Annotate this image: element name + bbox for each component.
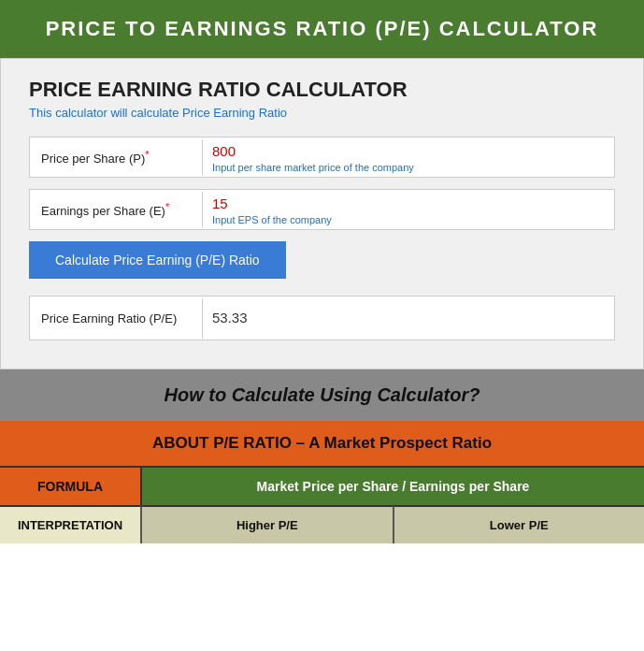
calculator-section: PRICE EARNING RATIO CALCULATOR This calc… [0, 58, 644, 369]
how-to-title: How to Calculate Using Calculator? [165, 384, 480, 405]
interpretation-higher-pe: Higher P/E [140, 505, 393, 543]
price-per-share-input[interactable] [212, 141, 605, 161]
result-value-input[interactable] [212, 310, 605, 326]
earnings-per-share-label: Earnings per Share (E)* [30, 192, 203, 227]
formula-value: Market Price per Share / Earnings per Sh… [140, 466, 644, 505]
result-row: Price Earning Ratio (P/E) [29, 296, 615, 340]
header-title: PRICE TO EARNINGS RATIO (P/E) CALCULATOR [46, 17, 599, 40]
earnings-per-share-hint: Input EPS of the company [212, 214, 605, 225]
earnings-per-share-row: Earnings per Share (E)* Input EPS of the… [29, 189, 615, 230]
result-label: Price Earning Ratio (P/E) [30, 298, 203, 339]
how-to-section: How to Calculate Using Calculator? [0, 369, 644, 421]
calculator-subtitle: This calculator will calculate Price Ear… [29, 106, 615, 120]
price-per-share-row: Price per Share (P)* Input per share mar… [29, 137, 615, 178]
page-header: PRICE TO EARNINGS RATIO (P/E) CALCULATOR [0, 0, 644, 58]
earnings-per-share-input[interactable] [212, 194, 605, 213]
about-title: ABOUT P/E RATIO – A Market Prospect Rati… [152, 434, 492, 452]
formula-row: FORMULA Market Price per Share / Earning… [0, 466, 644, 505]
interpretation-lower-pe: Lower P/E [393, 505, 645, 543]
calculator-title: PRICE EARNING RATIO CALCULATOR [29, 78, 615, 102]
price-per-share-input-wrapper: Input per share market price of the comp… [203, 137, 614, 177]
result-value-wrapper [203, 297, 614, 340]
price-per-share-label: Price per Share (P)* [30, 139, 203, 175]
formula-label: FORMULA [0, 466, 140, 505]
earnings-per-share-input-wrapper: Input EPS of the company [203, 190, 614, 229]
interpretation-label: INTERPRETATION [0, 505, 140, 543]
price-per-share-hint: Input per share market price of the comp… [212, 162, 605, 173]
about-section: ABOUT P/E RATIO – A Market Prospect Rati… [0, 421, 644, 466]
interpretation-row: INTERPRETATION Higher P/E Lower P/E [0, 505, 644, 543]
calculate-button[interactable]: Calculate Price Earning (P/E) Ratio [29, 241, 286, 279]
